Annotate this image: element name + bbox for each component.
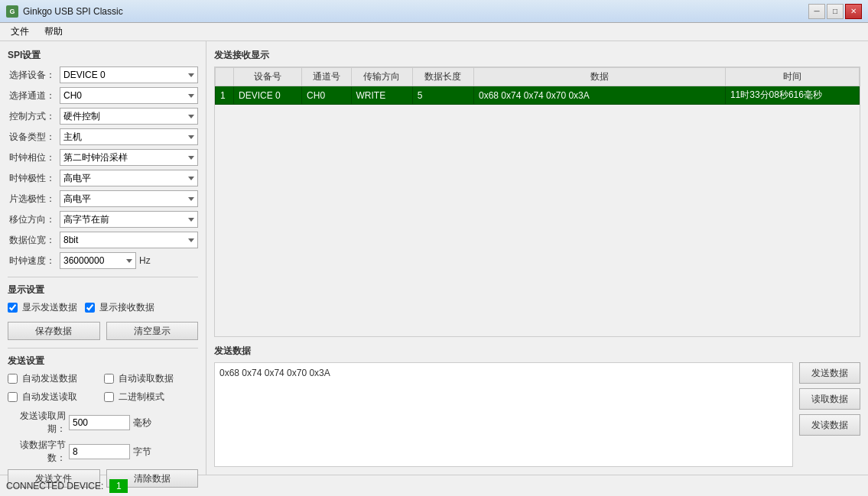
clock-speed-unit: Hz <box>136 255 151 266</box>
auto-send-row: 自动发送数据 <box>8 372 102 385</box>
period-unit: 毫秒 <box>130 417 151 430</box>
display-area-title: 发送接收显示 <box>214 49 860 62</box>
send-read-data-button[interactable]: 发读数据 <box>799 414 860 436</box>
device-row: 选择设备： DEVICE 0 DEVICE 1 <box>8 66 198 83</box>
auto-send-label: 自动发送数据 <box>22 372 77 385</box>
col-data-length: 数据长度 <box>412 68 473 86</box>
minimize-button[interactable]: ─ <box>808 4 825 19</box>
shift-dir-row: 移位方向： 低字节在前 高字节在前 <box>8 211 198 228</box>
data-table: 设备号 通道号 传输方向 数据长度 数据 时间 1DEVICE 0CH0WRIT… <box>215 67 860 105</box>
save-data-button[interactable]: 保存数据 <box>8 322 100 340</box>
main-layout: SPI设置 选择设备： DEVICE 0 DEVICE 1 选择通道： CH0 … <box>0 41 868 475</box>
shift-dir-select[interactable]: 低字节在前 高字节在前 <box>60 211 198 228</box>
col-time: 时间 <box>725 68 859 86</box>
channel-row: 选择通道： CH0 CH1 <box>8 87 198 104</box>
col-data: 数据 <box>474 68 726 86</box>
read-data-button[interactable]: 读取数据 <box>799 388 860 410</box>
clock-speed-label: 时钟速度： <box>8 254 60 267</box>
send-data-button[interactable]: 发送数据 <box>799 362 860 384</box>
clock-phase-label: 时钟相位： <box>8 151 60 164</box>
menu-bar: 文件 帮助 <box>0 23 868 41</box>
period-input[interactable] <box>69 415 130 430</box>
send-data-title: 发送数据 <box>214 345 860 358</box>
send-data-area: 发送数据 0x68 0x74 0x74 0x70 0x3A 发送数据 读取数据 … <box>214 345 860 467</box>
app-icon: G <box>6 5 18 18</box>
binary-mode-label: 二进制模式 <box>119 391 164 404</box>
col-channel: 通道号 <box>302 68 351 86</box>
clock-speed-select[interactable]: 36000000 18000000 9000000 <box>60 252 136 269</box>
left-panel: SPI设置 选择设备： DEVICE 0 DEVICE 1 选择通道： CH0 … <box>0 41 206 475</box>
display-settings-section: 显示设置 显示发送数据 显示接收数据 保存数据 清空显示 <box>8 277 198 340</box>
auto-send-checkbox[interactable] <box>8 374 18 384</box>
show-send-label: 显示发送数据 <box>22 301 77 314</box>
cs-polarity-label: 片选极性： <box>8 193 60 206</box>
spi-settings-title: SPI设置 <box>8 49 198 62</box>
clock-polarity-row: 时钟极性： 低电平 高电平 <box>8 170 198 186</box>
control-label: 控制方式： <box>8 110 60 123</box>
shift-dir-label: 移位方向： <box>8 213 60 226</box>
title-bar: G Ginkgo USB SPI Classic ─ □ ✕ <box>0 0 868 23</box>
send-settings-title: 发送设置 <box>8 355 198 368</box>
clock-phase-select[interactable]: 第一时钟沿采样 第二时钟沿采样 <box>60 149 198 166</box>
col-device: 设备号 <box>234 68 302 86</box>
channel-label: 选择通道： <box>8 89 60 102</box>
send-data-inner: 0x68 0x74 0x74 0x70 0x3A 发送数据 读取数据 发读数据 <box>214 362 860 467</box>
cs-polarity-select[interactable]: 低电平 高电平 <box>60 190 198 207</box>
clock-polarity-select[interactable]: 低电平 高电平 <box>60 170 198 186</box>
byte-count-row: 读数据字节数： 字节 <box>8 439 198 465</box>
window-title: Ginkgo USB SPI Classic <box>23 6 123 17</box>
close-button[interactable]: ✕ <box>845 4 862 19</box>
channel-select[interactable]: CH0 CH1 <box>60 87 198 104</box>
device-type-select[interactable]: 主机 从机 <box>60 128 198 145</box>
auto-read-label: 自动读取数据 <box>119 372 174 385</box>
auto-read-row: 自动读取数据 <box>104 372 198 385</box>
status-badge: 1 <box>109 479 128 493</box>
device-select[interactable]: DEVICE 0 DEVICE 1 <box>60 66 198 83</box>
status-label: CONNECTED DEVICE: <box>6 481 103 491</box>
send-action-buttons: 发送数据 读取数据 发读数据 <box>799 362 860 467</box>
spi-settings-section: SPI设置 选择设备： DEVICE 0 DEVICE 1 选择通道： CH0 … <box>8 49 198 269</box>
clock-speed-row: 时钟速度： 36000000 18000000 9000000 Hz <box>8 252 198 269</box>
show-send-row: 显示发送数据 <box>8 301 77 314</box>
binary-mode-checkbox[interactable] <box>104 392 114 402</box>
data-width-label: 数据位宽： <box>8 234 60 247</box>
period-label: 发送读取周期： <box>8 410 69 436</box>
menu-file[interactable]: 文件 <box>3 24 37 40</box>
send-data-text[interactable]: 0x68 0x74 0x74 0x70 0x3A <box>214 362 793 467</box>
byte-count-input[interactable] <box>69 444 130 459</box>
period-row: 发送读取周期： 毫秒 <box>8 410 198 436</box>
device-type-label: 设备类型： <box>8 131 60 144</box>
auto-send-read-checkbox[interactable] <box>8 392 18 402</box>
device-label: 选择设备： <box>8 69 60 82</box>
show-receive-label: 显示接收数据 <box>99 301 154 314</box>
data-width-row: 数据位宽： 8bit 16bit <box>8 232 198 248</box>
data-width-select[interactable]: 8bit 16bit <box>60 232 198 248</box>
auto-send-read-label: 自动发送读取 <box>22 391 77 404</box>
device-type-row: 设备类型： 主机 从机 <box>8 128 198 145</box>
restore-button[interactable]: □ <box>827 4 844 19</box>
title-controls: ─ □ ✕ <box>808 4 862 19</box>
send-checkboxes: 自动发送数据 自动读取数据 自动发送读取 二进制模式 <box>8 372 198 407</box>
auto-read-checkbox[interactable] <box>104 374 114 384</box>
show-receive-checkbox[interactable] <box>85 303 95 313</box>
col-direction: 传输方向 <box>351 68 412 86</box>
display-buttons: 保存数据 清空显示 <box>8 322 198 340</box>
auto-send-read-row: 自动发送读取 <box>8 391 102 404</box>
table-row: 1DEVICE 0CH0WRITE50x68 0x74 0x74 0x70 0x… <box>216 86 860 105</box>
control-select[interactable]: 硬件控制 软件控制 <box>60 108 198 125</box>
data-table-container[interactable]: 设备号 通道号 传输方向 数据长度 数据 时间 1DEVICE 0CH0WRIT… <box>214 66 860 337</box>
display-settings-title: 显示设置 <box>8 284 198 297</box>
show-receive-row: 显示接收数据 <box>85 301 154 314</box>
control-row: 控制方式： 硬件控制 软件控制 <box>8 108 198 125</box>
display-area-wrapper: 发送接收显示 设备号 通道号 传输方向 数据长度 数据 时间 <box>214 49 860 337</box>
cs-polarity-row: 片选极性： 低电平 高电平 <box>8 190 198 207</box>
byte-count-unit: 字节 <box>130 446 151 459</box>
right-panel: 发送接收显示 设备号 通道号 传输方向 数据长度 数据 时间 <box>206 41 868 475</box>
byte-count-label: 读数据字节数： <box>8 439 69 465</box>
clock-phase-row: 时钟相位： 第一时钟沿采样 第二时钟沿采样 <box>8 149 198 166</box>
binary-mode-row: 二进制模式 <box>104 391 198 404</box>
show-send-checkbox[interactable] <box>8 303 18 313</box>
send-settings-section: 发送设置 自动发送数据 自动读取数据 自动发送读取 二进制模式 <box>8 348 198 488</box>
menu-help[interactable]: 帮助 <box>37 24 70 40</box>
clear-display-button[interactable]: 清空显示 <box>106 322 199 340</box>
